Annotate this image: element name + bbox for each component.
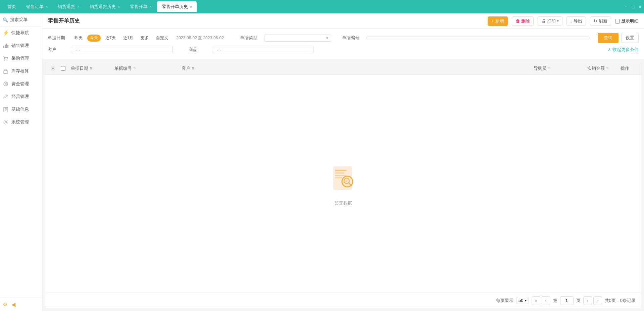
next-page-button[interactable]: › (583, 296, 592, 305)
print-chevron-icon: ▾ (557, 19, 559, 23)
close-tab-sales-return[interactable]: × (77, 5, 79, 9)
close-tab-sales-return-history[interactable]: × (118, 5, 120, 9)
customer-input[interactable]: ... (72, 46, 172, 53)
print-icon: 🖨 (541, 18, 546, 23)
refresh-button[interactable]: ↻ 刷新 (590, 16, 611, 26)
svg-rect-18 (335, 175, 346, 176)
collapse-icon: ∧ (608, 47, 611, 52)
svg-rect-2 (6, 44, 7, 48)
add-button[interactable]: + 新增 (488, 16, 508, 26)
tab-retail-open-history[interactable]: 零售开单历史 × (157, 1, 197, 12)
page-size-arrow-icon: ▾ (525, 299, 527, 302)
doctype-arrow-icon: ▾ (326, 36, 328, 40)
date-custom[interactable]: 自定义 (153, 35, 171, 42)
sort-customer-icon[interactable]: ⇅ (192, 66, 194, 70)
settings-icon-btn[interactable]: ⚙ (3, 301, 7, 308)
page-nav: « ‹ 第 页 › » (532, 296, 602, 305)
refresh-icon: ↻ (594, 18, 597, 23)
date-more[interactable]: 更多 (138, 35, 151, 42)
sidebar-item-purchase-mgmt[interactable]: 采购管理 (0, 52, 42, 65)
settings-filter-button[interactable]: 设置 (621, 33, 639, 43)
filter-row-2: 客户 ... 商品 ... ∧ 收起更多条件 (48, 46, 639, 53)
date-options: 昨天 今天 近7天 近1月 更多 自定义 (72, 35, 171, 42)
date-last1month[interactable]: 近1月 (120, 35, 136, 42)
window-controls: － □ × (624, 4, 641, 10)
display-detail-wrap: 显示明细 (615, 18, 639, 24)
per-page-label: 每页显示 (496, 298, 513, 304)
th-number: 单据编号 ⇅ (112, 65, 179, 71)
sort-amount-icon[interactable]: ⇅ (606, 66, 609, 70)
delete-button[interactable]: 🗑 删除 (512, 16, 534, 26)
filter-row-1: 单据日期 昨天 今天 近7天 近1月 更多 自定义 2023-06-02 至 2… (48, 33, 639, 43)
sidebar-item-system[interactable]: 系统管理 (0, 116, 42, 128)
sidebar-item-sales-mgmt[interactable]: 销售管理 (0, 39, 42, 52)
empty-state: 暂无数据 (45, 75, 641, 293)
svg-point-14 (52, 68, 54, 69)
sidebar: 🔍 搜索采单 ⚡ 快捷导航 销售管理 采购管理 库存核算 (0, 13, 42, 311)
sidebar-item-base-info[interactable]: 基础信息 (0, 103, 42, 116)
svg-point-5 (7, 60, 8, 61)
maximize-button[interactable]: □ (632, 4, 635, 9)
pagination: 每页显示 50 ▾ « ‹ 第 页 › » 共0页，0条记录 (45, 293, 641, 308)
date-yesterday[interactable]: 昨天 (72, 35, 85, 42)
date-last7days[interactable]: 近7天 (103, 35, 118, 42)
th-amount: 实销金额 ⇅ (571, 65, 611, 71)
sort-date-icon[interactable]: ⇅ (90, 66, 92, 70)
close-button[interactable]: × (639, 4, 641, 9)
first-page-button[interactable]: « (532, 296, 540, 305)
select-all-checkbox[interactable] (61, 66, 65, 71)
sidebar-item-quick-nav[interactable]: ⚡ 快捷导航 (0, 27, 42, 39)
docnumber-label: 单据编号 (342, 35, 361, 41)
collapse-sidebar-btn[interactable]: ◀ (11, 301, 15, 308)
table-area: 单据日期 ⇅ 单据编号 ⇅ 客户 ⇅ 导购员 ⇅ 实销金额 ⇅ (45, 62, 641, 308)
base-info-icon (3, 106, 9, 112)
print-button[interactable]: 🖨 打印 ▾ (538, 16, 562, 26)
last-page-button[interactable]: » (593, 296, 602, 305)
search-icon: 🔍 (3, 17, 8, 22)
close-tab-retail-open-history[interactable]: × (190, 5, 192, 9)
search-button[interactable]: 查询 (598, 33, 618, 43)
th-date: 单据日期 ⇅ (68, 65, 112, 71)
sort-guide-icon[interactable]: ⇅ (548, 66, 551, 70)
docnumber-input[interactable] (366, 37, 590, 39)
top-tabbar: 首页 销售订单 × 销货退货 × 销货退货历史 × 零售开单 × 零售开单历史 … (0, 0, 644, 13)
close-tab-sales-order[interactable]: × (46, 5, 48, 9)
close-tab-retail-open[interactable]: × (149, 5, 151, 9)
sidebar-item-operations[interactable]: 经营管理 (0, 90, 42, 103)
prev-page-button[interactable]: ‹ (542, 296, 550, 305)
page-number-input[interactable] (560, 296, 574, 305)
date-label: 单据日期 (48, 35, 66, 41)
goods-label: 商品 (189, 47, 207, 53)
sidebar-search[interactable]: 🔍 搜索采单 (0, 13, 42, 27)
export-icon: ↓ (570, 18, 573, 23)
sidebar-bottom: ⚙ ◀ (0, 298, 42, 311)
tab-sales-return-history[interactable]: 销货退货历史 × (85, 1, 125, 12)
tab-sales-return[interactable]: 销货退货 × (53, 1, 84, 12)
goods-input[interactable]: ... (213, 46, 313, 53)
table-settings-icon[interactable] (48, 66, 58, 71)
svg-rect-1 (5, 45, 6, 48)
sort-number-icon[interactable]: ⇅ (133, 66, 136, 70)
tab-retail-open[interactable]: 零售开单 × (125, 1, 156, 12)
sidebar-item-inventory[interactable]: 库存核算 (0, 65, 42, 77)
th-action: 操作 (611, 65, 638, 71)
svg-point-13 (5, 121, 7, 123)
customer-label: 客户 (48, 47, 66, 53)
svg-rect-17 (335, 172, 344, 173)
main-layout: 🔍 搜索采单 ⚡ 快捷导航 销售管理 采购管理 库存核算 (0, 13, 644, 311)
display-detail-checkbox[interactable] (615, 19, 620, 23)
table-header-checkbox[interactable] (58, 66, 68, 71)
page-size-select[interactable]: 50 ▾ (516, 297, 529, 304)
minimize-button[interactable]: － (624, 4, 628, 10)
export-button[interactable]: ↓ 导出 (566, 16, 586, 26)
filter-area: 单据日期 昨天 今天 近7天 近1月 更多 自定义 2023-06-02 至 2… (42, 29, 644, 59)
collapse-filter-btn[interactable]: ∧ 收起更多条件 (608, 47, 639, 53)
doctype-select[interactable]: ▾ (264, 35, 331, 42)
tab-home[interactable]: 首页 (3, 1, 21, 12)
date-today[interactable]: 今天 (87, 35, 101, 42)
finance-icon: ¥ (3, 81, 9, 87)
page-header: 零售开单历史 + 新增 🗑 删除 🖨 打印 ▾ ↓ 导出 ↻ 刷新 (42, 13, 644, 29)
tab-sales-order[interactable]: 销售订单 × (21, 1, 52, 12)
svg-rect-19 (335, 177, 342, 178)
sidebar-item-finance[interactable]: ¥ 资金管理 (0, 77, 42, 90)
